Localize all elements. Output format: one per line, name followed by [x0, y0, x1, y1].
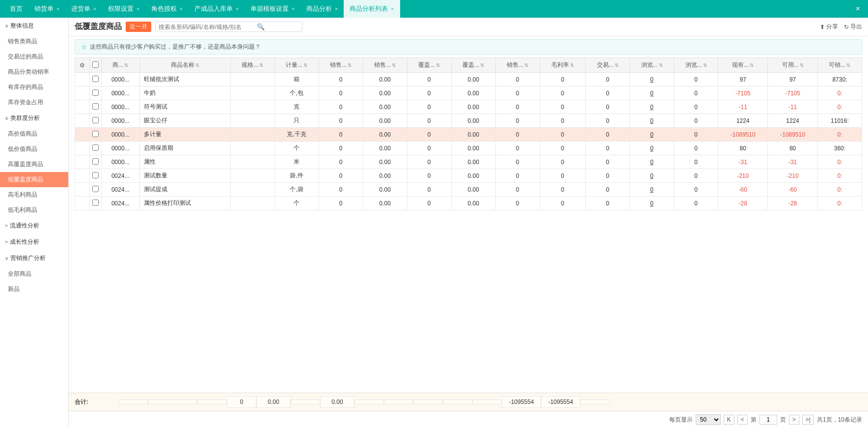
col-settings[interactable]: ⚙ [75, 58, 90, 73]
row-browse1[interactable]: 0 [630, 128, 674, 142]
last-page-button[interactable]: >| [802, 415, 814, 425]
sidebar-item-high-value[interactable]: 高价值商品 [0, 126, 68, 142]
share-button[interactable]: ⬆ 分享 [820, 23, 838, 31]
row-checkbox[interactable] [90, 183, 102, 197]
nav-close-product-analysis-list[interactable]: × [391, 6, 394, 12]
row-gear[interactable] [75, 169, 90, 183]
row-select-checkbox[interactable] [92, 76, 99, 82]
sidebar-item-capital[interactable]: 库存资金占用 [0, 95, 68, 110]
col-available[interactable]: 可用...⇅ [768, 58, 817, 73]
sidebar-item-high-margin[interactable]: 高毛利商品 [0, 187, 68, 202]
nav-sales[interactable]: 销货单 × [28, 0, 65, 18]
nav-close-roles[interactable]: × [180, 6, 183, 12]
row-checkbox[interactable] [90, 142, 102, 155]
row-browse1[interactable]: 0 [630, 86, 674, 100]
row-checkbox[interactable] [90, 86, 102, 100]
row-select-checkbox[interactable] [92, 89, 99, 96]
row-select-checkbox[interactable] [92, 172, 99, 178]
row-browse1[interactable]: 0 [630, 183, 674, 197]
row-browse1[interactable]: 0 [630, 100, 674, 114]
col-unit[interactable]: 计量...⇅ [274, 58, 319, 73]
nav-close-permissions[interactable]: × [136, 6, 139, 12]
nav-close-finished-goods[interactable]: × [236, 6, 239, 12]
sidebar-item-low-margin[interactable]: 低毛利商品 [0, 202, 68, 218]
row-checkbox[interactable] [90, 197, 102, 210]
sidebar-collapse-button[interactable]: « [68, 32, 69, 52]
nav-close-product-analysis[interactable]: × [335, 6, 338, 12]
close-all-button[interactable]: × [852, 4, 864, 13]
row-select-checkbox[interactable] [92, 117, 99, 123]
row-checkbox[interactable] [90, 73, 102, 86]
col-cover1[interactable]: 覆盖...⇅ [407, 58, 451, 73]
row-gear[interactable] [75, 197, 90, 210]
row-select-checkbox[interactable] [92, 200, 99, 206]
row-gear[interactable] [75, 128, 90, 142]
sidebar-item-all-goods[interactable]: 全部商品 [0, 266, 68, 282]
row-browse1[interactable]: 0 [630, 197, 674, 210]
nav-home[interactable]: 首页 [4, 0, 28, 18]
row-browse1[interactable]: 0 [630, 142, 674, 155]
sidebar-item-new-goods[interactable]: 新品 [0, 282, 68, 297]
nav-permissions[interactable]: 权限设置 × [102, 0, 145, 18]
col-spec[interactable]: 规格...⇅ [230, 58, 274, 73]
sidebar-item-category-rate[interactable]: 商品分类动销率 [0, 64, 68, 80]
nav-close-sales[interactable]: × [56, 6, 59, 12]
page-input[interactable] [760, 415, 777, 425]
nav-close-template[interactable]: × [292, 6, 295, 12]
row-browse1[interactable]: 0 [630, 169, 674, 183]
row-checkbox[interactable] [90, 114, 102, 128]
nav-close-purchase[interactable]: × [93, 6, 96, 12]
select-all-checkbox[interactable] [92, 61, 99, 68]
sidebar-section-marketing[interactable]: ∨ 营销推广分析 [0, 250, 68, 266]
col-sales-amt[interactable]: 销售...⇅ [363, 58, 407, 73]
sidebar-section-liquidity[interactable]: > 流通性分析 [0, 218, 68, 234]
row-checkbox[interactable] [90, 169, 102, 183]
nav-purchase[interactable]: 进货单 × [65, 0, 102, 18]
row-gear[interactable] [75, 142, 90, 155]
row-gear[interactable] [75, 155, 90, 169]
row-gear[interactable] [75, 73, 90, 86]
sidebar-item-low-coverage[interactable]: 低覆盖度商品 [0, 172, 68, 187]
row-browse1[interactable]: 0 [630, 155, 674, 169]
col-sellable[interactable]: 可销...⇅ [817, 58, 862, 73]
sidebar-item-high-coverage[interactable]: 高覆盖度商品 [0, 157, 68, 172]
row-checkbox[interactable] [90, 100, 102, 114]
row-gear[interactable] [75, 183, 90, 197]
row-select-checkbox[interactable] [92, 186, 99, 192]
sidebar-section-growth[interactable]: > 成长性分析 [0, 234, 68, 250]
prev-page-button[interactable]: < [737, 415, 748, 425]
nav-finished-goods[interactable]: 产成品入库单 × [189, 0, 244, 18]
sidebar-section-cluster[interactable]: ∨ 类群度分析 [0, 110, 68, 126]
col-cover2[interactable]: 覆盖...⇅ [451, 58, 495, 73]
col-browse1[interactable]: 浏览...⇅ [630, 58, 674, 73]
col-browse2[interactable]: 浏览...⇅ [674, 58, 718, 73]
row-gear[interactable] [75, 114, 90, 128]
row-checkbox[interactable] [90, 128, 102, 142]
export-button[interactable]: ↻ 导出 [844, 23, 862, 31]
col-sales-qty[interactable]: 销售...⇅ [319, 58, 363, 73]
col-name[interactable]: 商品名称⇅ [139, 58, 230, 73]
col-trade[interactable]: 交易...⇅ [586, 58, 630, 73]
date-filter-button[interactable]: 近一月 [126, 22, 151, 32]
nav-product-analysis[interactable]: 商品分析 × [300, 0, 344, 18]
row-select-checkbox[interactable] [92, 144, 99, 151]
page-size-select[interactable]: 50 100 [696, 414, 721, 425]
first-page-button[interactable]: K [724, 415, 734, 425]
row-checkbox[interactable] [90, 155, 102, 169]
row-select-checkbox[interactable] [92, 131, 99, 137]
col-checkbox[interactable] [90, 58, 102, 73]
nav-template[interactable]: 单据模板设置 × [244, 0, 300, 18]
sidebar-item-sales-goods[interactable]: 销售类商品 [0, 34, 68, 49]
sidebar-section-overall[interactable]: ∨ 整体信息 [0, 18, 68, 34]
col-code[interactable]: 商...⇅ [102, 58, 140, 73]
col-current[interactable]: 现有...⇅ [718, 58, 768, 73]
next-page-button[interactable]: > [789, 415, 799, 425]
sidebar-item-in-stock[interactable]: 有库存的商品 [0, 80, 68, 95]
row-select-checkbox[interactable] [92, 103, 99, 110]
sidebar-item-low-value[interactable]: 低价值商品 [0, 142, 68, 157]
sidebar-item-traded-goods[interactable]: 交易过的商品 [0, 49, 68, 64]
row-browse1[interactable]: 0 [630, 114, 674, 128]
nav-product-analysis-list[interactable]: 商品分析列表 × [344, 0, 400, 18]
row-gear[interactable] [75, 86, 90, 100]
search-input[interactable] [159, 24, 257, 30]
